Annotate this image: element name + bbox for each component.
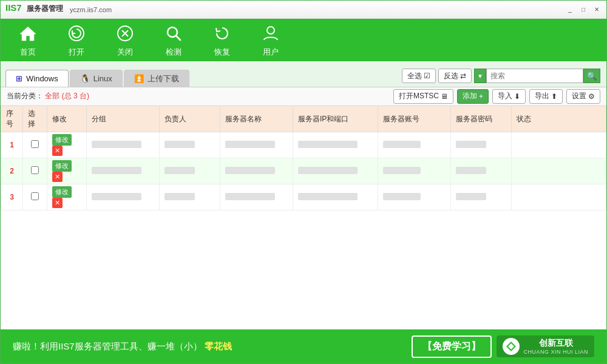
user-icon	[260, 22, 282, 44]
row1-check[interactable]	[31, 140, 39, 148]
svg-text:服务器管理: 服务器管理	[26, 4, 64, 13]
search-group: ▼ 🔍	[474, 69, 600, 83]
brand-badge: 创新互联 CHUANG XIN HUI LIAN	[497, 335, 594, 357]
row3-servername	[220, 184, 293, 211]
table-row: 3 修改 ✕	[1, 184, 606, 211]
svg-point-9	[267, 27, 274, 34]
col-status: 状态	[512, 106, 606, 132]
row1-account-value	[383, 141, 421, 148]
row2-owner	[160, 158, 220, 184]
row3-check[interactable]	[31, 192, 39, 200]
row3-num: 3	[1, 184, 23, 211]
select-all-icon: ☑	[424, 72, 430, 80]
nav-detect-label: 检测	[166, 47, 181, 58]
minimize-button[interactable]: ⎯	[565, 5, 575, 14]
tab-linux[interactable]: 🐧 Linux	[70, 70, 123, 87]
brand-icon	[503, 338, 520, 355]
nav-restore[interactable]: 恢复	[207, 22, 237, 58]
table-container: 序号 选择 修改 分组 负责人 服务器名称 服务器IP和端口 服务器账号 服务器…	[1, 106, 606, 329]
nav-close-label: 关闭	[117, 47, 133, 58]
svg-line-8	[176, 36, 180, 40]
table-row: 2 修改 ✕	[1, 158, 606, 184]
nav-restore-label: 恢复	[214, 47, 230, 58]
row1-account	[378, 132, 451, 158]
col-select: 选择	[23, 106, 47, 132]
row1-ip-value	[298, 141, 358, 148]
col-password: 服务器密码	[451, 106, 512, 132]
invert-button[interactable]: 反选 ⇄	[438, 69, 472, 83]
row3-checkbox[interactable]	[23, 184, 47, 211]
row3-actions: 修改 ✕	[47, 184, 87, 211]
search-icon: 🔍	[587, 72, 597, 81]
row3-ip-value	[298, 193, 358, 200]
col-name: 服务器名称	[220, 106, 293, 132]
svg-point-3	[69, 26, 84, 41]
content-area: 序号 选择 修改 分组 负责人 服务器名称 服务器IP和端口 服务器账号 服务器…	[1, 106, 606, 329]
row3-password	[451, 184, 512, 211]
row2-actions: 修改 ✕	[47, 158, 87, 184]
select-all-button[interactable]: 全选 ☑	[402, 69, 436, 83]
maximize-button[interactable]: □	[578, 5, 588, 14]
row1-status	[512, 132, 606, 158]
row1-name-value	[225, 141, 275, 148]
open-icon	[66, 22, 87, 44]
table-row: 1 修改 ✕	[1, 132, 606, 158]
mstsc-icon: 🖥	[441, 92, 448, 101]
row2-num: 2	[1, 158, 23, 184]
titlebar-left: IIS7 服务器管理 yczm.iis7.com	[5, 1, 112, 18]
row3-account	[378, 184, 451, 211]
restore-icon	[211, 22, 233, 44]
row3-group-value	[92, 193, 141, 200]
row1-checkbox[interactable]	[23, 132, 47, 158]
row2-delete-button[interactable]: ✕	[52, 172, 63, 182]
linux-icon: 🐧	[80, 74, 90, 83]
nav-close[interactable]: 关闭	[110, 22, 140, 58]
row3-owner-value	[164, 193, 195, 200]
row3-delete-button[interactable]: ✕	[52, 198, 63, 208]
detect-icon	[163, 22, 185, 44]
export-icon: ⬆	[551, 92, 557, 101]
search-input[interactable]	[486, 69, 583, 83]
row3-edit-button[interactable]: 修改	[52, 186, 72, 198]
add-icon: +	[479, 92, 483, 101]
banner-cta: 【免费学习】 创新互联 CHUANG XIN HUI LIAN	[412, 335, 594, 358]
row2-status	[512, 158, 606, 184]
free-learn-button[interactable]: 【免费学习】	[412, 335, 492, 358]
import-button[interactable]: 导入 ⬇	[492, 89, 526, 104]
tab-windows[interactable]: ⊞ Windows	[5, 70, 69, 87]
nav-home[interactable]: 首页	[13, 22, 43, 58]
app-logo: IIS7 服务器管理	[5, 1, 66, 18]
titlebar: IIS7 服务器管理 yczm.iis7.com ⎯ □ ✕	[1, 1, 606, 19]
row2-check[interactable]	[31, 166, 39, 174]
export-button[interactable]: 导出 ⬆	[529, 89, 563, 104]
search-button[interactable]: 🔍	[583, 69, 600, 83]
row2-password	[451, 158, 512, 184]
close-circle-icon	[114, 22, 136, 44]
row2-account-value	[383, 167, 421, 174]
banner-text: 赚啦！利用IIS7服务器管理工具、赚一堆（小） 零花钱	[13, 341, 232, 352]
add-button[interactable]: 添加 +	[457, 89, 489, 104]
row1-delete-button[interactable]: ✕	[52, 146, 63, 156]
tab-windows-label: Windows	[26, 74, 58, 83]
row1-group	[87, 132, 160, 158]
row1-edit-button[interactable]: 修改	[52, 134, 72, 146]
second-toolbar: 当前分类： 全部 (总 3 台) 打开MSTSC 🖥 添加 + 导入 ⬇ 导出 …	[1, 87, 606, 106]
row1-ip	[293, 132, 378, 158]
windows-icon: ⊞	[16, 74, 22, 83]
row2-edit-button[interactable]: 修改	[52, 160, 72, 172]
row1-servername	[220, 132, 293, 158]
tab-upload[interactable]: ⏫ 上传下载	[124, 70, 189, 87]
filter-dropdown[interactable]: ▼	[474, 69, 486, 83]
nav-detect[interactable]: 检测	[158, 22, 189, 58]
close-window-button[interactable]: ✕	[592, 5, 602, 14]
open-mstsc-button[interactable]: 打开MSTSC 🖥	[393, 89, 453, 104]
row2-checkbox[interactable]	[23, 158, 47, 184]
row3-ip	[293, 184, 378, 211]
nav-user[interactable]: 用户	[256, 22, 286, 58]
nav-open[interactable]: 打开	[61, 22, 92, 58]
top-actions: 全选 ☑ 反选 ⇄ ▼ 🔍	[396, 65, 606, 87]
tab-upload-label: 上传下载	[148, 73, 179, 84]
svg-marker-2	[20, 27, 36, 41]
row2-owner-value	[164, 167, 195, 174]
settings-button[interactable]: 设置 ⚙	[566, 89, 600, 104]
